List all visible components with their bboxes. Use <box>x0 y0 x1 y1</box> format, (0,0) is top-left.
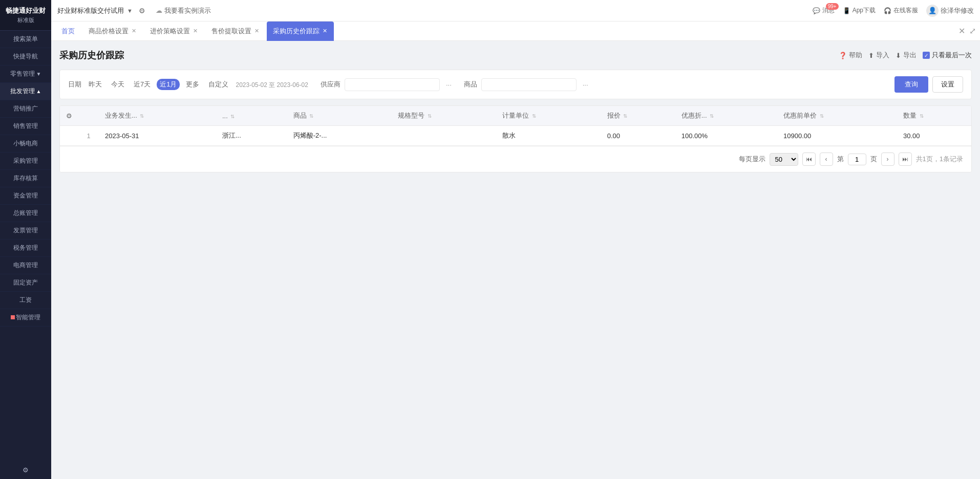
sidebar-item-label-1: 快捷导航 <box>13 53 38 60</box>
sidebar-item-10[interactable]: 总账管理 <box>0 205 51 222</box>
demo-button[interactable]: ☁ 我要看实例演示 <box>156 6 211 15</box>
prev-page-button[interactable]: ‹ <box>820 153 833 166</box>
goods-filter-group: 商品 ··· <box>464 78 588 91</box>
tab-close-icon[interactable]: ✕ <box>958 26 965 36</box>
sidebar-item-8[interactable]: 库存核算 <box>0 170 51 187</box>
only-last-checkbox[interactable]: ✓ 只看最后一次 <box>923 51 972 60</box>
export-button[interactable]: ⬇ 导出 <box>896 51 917 60</box>
sidebar-item-6[interactable]: 小畅电商 <box>0 135 51 153</box>
sidebar-item-14[interactable]: 固定资产 <box>0 274 51 292</box>
page-input[interactable] <box>848 154 866 165</box>
sidebar-item-2[interactable]: 零售管理 ▼ <box>0 66 51 83</box>
settings-button[interactable]: 设置 <box>932 76 963 93</box>
table-col-discount[interactable]: 优惠折... ⇅ <box>675 106 777 126</box>
sidebar-item-label-6: 小畅电商 <box>13 140 38 147</box>
chevron-down-icon: ▼ <box>35 71 41 77</box>
last-page-button[interactable]: ⏭ <box>899 153 912 166</box>
topbar-settings-icon[interactable]: ⚙ <box>139 7 145 15</box>
sidebar-item-16[interactable]: 智能管理 <box>0 309 51 326</box>
per-page-select[interactable]: 50 20 100 <box>770 153 798 166</box>
tab-3[interactable]: 售价提取设置✕ <box>205 21 266 41</box>
first-page-button[interactable]: ⏮ <box>802 153 816 166</box>
sidebar-item-13[interactable]: 电商管理 <box>0 257 51 274</box>
help-button[interactable]: ❓ 帮助 <box>839 51 862 60</box>
table-row: 12023-05-31浙江...丙烯酸-2-...散水0.00100.00%10… <box>60 126 971 146</box>
checkbox-icon: ✓ <box>923 52 930 59</box>
sort-icon-unit: ⇅ <box>532 113 536 119</box>
sidebar-item-9[interactable]: 资金管理 <box>0 187 51 205</box>
sidebar-item-11[interactable]: 发票管理 <box>0 222 51 239</box>
date-filter-group: 日期 昨天今天近7天近1月更多自定义 2023-05-02 至 2023-06-… <box>68 79 308 90</box>
sidebar-item-4[interactable]: 营销推广 <box>0 100 51 118</box>
data-table: ⚙ 业务发生... ⇅ ... ⇅ 商品 ⇅ 规格型号 ⇅ 计量单位 ⇅ 报价 … <box>60 106 971 146</box>
tab-2[interactable]: 进价策略设置✕ <box>144 21 204 41</box>
next-page-button[interactable]: › <box>881 153 894 166</box>
table-col-pre-discount[interactable]: 优惠前单价 ⇅ <box>777 106 897 126</box>
tab-label-4: 采购历史价跟踪 <box>273 27 319 36</box>
table-cell-0-0 <box>60 126 78 146</box>
online-service-button[interactable]: 🎧 在线客服 <box>884 6 918 15</box>
sidebar-item-7[interactable]: 采购管理 <box>0 153 51 170</box>
sidebar-item-15[interactable]: 工资 <box>0 292 51 309</box>
tab-close-4[interactable]: ✕ <box>323 28 327 34</box>
help-icon: ❓ <box>839 52 847 59</box>
table-col-price[interactable]: 报价 ⇅ <box>601 106 675 126</box>
sidebar-item-label-12: 税务管理 <box>13 244 38 251</box>
sidebar-item-label-14: 固定资产 <box>13 279 38 286</box>
table-col-unit[interactable]: 计量单位 ⇅ <box>496 106 601 126</box>
tab-close-1[interactable]: ✕ <box>132 28 136 34</box>
tab-close-2[interactable]: ✕ <box>193 28 198 34</box>
help-label: 帮助 <box>849 51 862 60</box>
table-col-spec[interactable]: 规格型号 ⇅ <box>392 106 496 126</box>
date-option-1[interactable]: 今天 <box>108 79 127 90</box>
date-option-0[interactable]: 昨天 <box>86 79 105 90</box>
version-text: 好业财标准版交付试用 <box>57 6 124 15</box>
settings-icon[interactable]: ⚙ <box>5 466 46 474</box>
export-label: 导出 <box>903 51 917 60</box>
sidebar-item-0[interactable]: 搜索菜单 <box>0 31 51 48</box>
table-col-settings[interactable]: ⚙ <box>60 106 78 126</box>
date-option-5[interactable]: 自定义 <box>205 79 231 90</box>
table-col-extra[interactable]: ... ⇅ <box>216 106 287 126</box>
user-menu[interactable]: 👤 徐泽华修改 <box>926 5 974 17</box>
version-selector[interactable]: 好业财标准版交付试用 ▼ <box>57 6 133 15</box>
tab-4[interactable]: 采购历史价跟踪✕ <box>267 21 334 41</box>
tab-label-0: 首页 <box>61 27 75 36</box>
messages-button[interactable]: 💬 消息 99+ <box>813 6 835 15</box>
sidebar-item-label-15: 工资 <box>19 296 32 303</box>
date-option-2[interactable]: 近7天 <box>131 79 154 90</box>
date-option-3[interactable]: 近1月 <box>157 79 180 90</box>
table-body: 12023-05-31浙江...丙烯酸-2-...散水0.00100.00%10… <box>60 126 971 146</box>
tab-0[interactable]: 首页 <box>55 21 81 41</box>
import-button[interactable]: ⬆ 导入 <box>868 51 889 60</box>
date-filter-label: 日期 <box>68 80 81 89</box>
goods-input[interactable] <box>481 78 577 91</box>
main-area: 好业财标准版交付试用 ▼ ⚙ ☁ 我要看实例演示 💬 消息 99+ 📱 App下… <box>51 0 980 479</box>
sidebar-item-3[interactable]: 批发管理 ▲ <box>0 83 51 100</box>
user-avatar-icon: 👤 <box>928 7 936 14</box>
table-cell-0-5 <box>392 126 496 146</box>
date-option-4[interactable]: 更多 <box>183 79 202 90</box>
date-options: 昨天今天近7天近1月更多自定义 <box>86 79 231 90</box>
query-button[interactable]: 查询 <box>894 76 928 93</box>
sidebar-item-1[interactable]: 快捷导航 <box>0 48 51 66</box>
supplier-dots-button[interactable]: ··· <box>446 81 452 89</box>
sidebar-bottom: ⚙ <box>0 461 51 479</box>
app-download-button[interactable]: 📱 App下载 <box>843 6 876 15</box>
supplier-input[interactable] <box>345 78 440 91</box>
table-cell-0-1: 1 <box>78 126 99 146</box>
supplier-filter-group: 供应商 ··· <box>321 78 452 91</box>
table-cell-0-8: 100.00% <box>675 126 777 146</box>
sidebar-item-12[interactable]: 税务管理 <box>0 239 51 257</box>
sidebar-item-5[interactable]: 销售管理 <box>0 118 51 135</box>
table-col-business-date[interactable]: 业务发生... ⇅ <box>99 106 216 126</box>
sidebar-item-label-4: 营销推广 <box>13 105 38 112</box>
table-col-goods[interactable]: 商品 ⇅ <box>287 106 392 126</box>
table-cell-0-2: 2023-05-31 <box>99 126 216 146</box>
tab-close-3[interactable]: ✕ <box>254 28 259 34</box>
goods-dots-button[interactable]: ··· <box>583 81 588 89</box>
tab-1[interactable]: 商品价格设置✕ <box>82 21 143 41</box>
version-dropdown-icon: ▼ <box>127 8 133 14</box>
table-col-quantity[interactable]: 数量 ⇅ <box>897 106 971 126</box>
tab-expand-icon[interactable]: ⤢ <box>969 26 976 36</box>
